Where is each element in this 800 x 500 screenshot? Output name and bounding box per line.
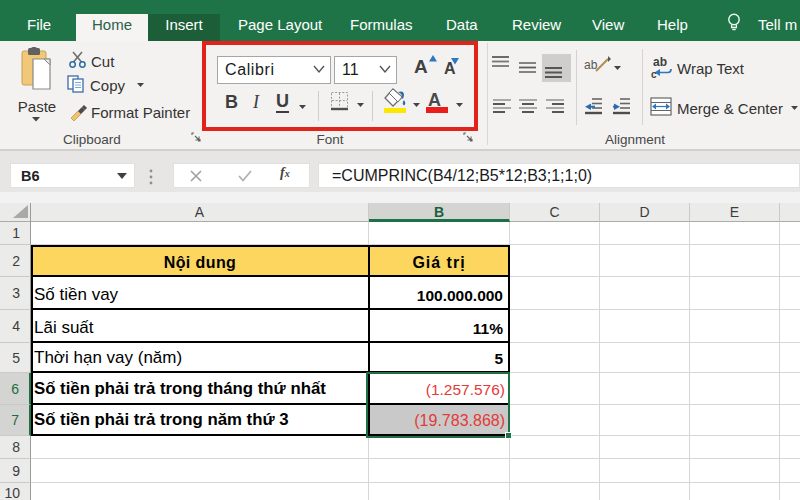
svg-text:ab: ab [653,56,667,69]
svg-text:c: c [651,69,657,79]
